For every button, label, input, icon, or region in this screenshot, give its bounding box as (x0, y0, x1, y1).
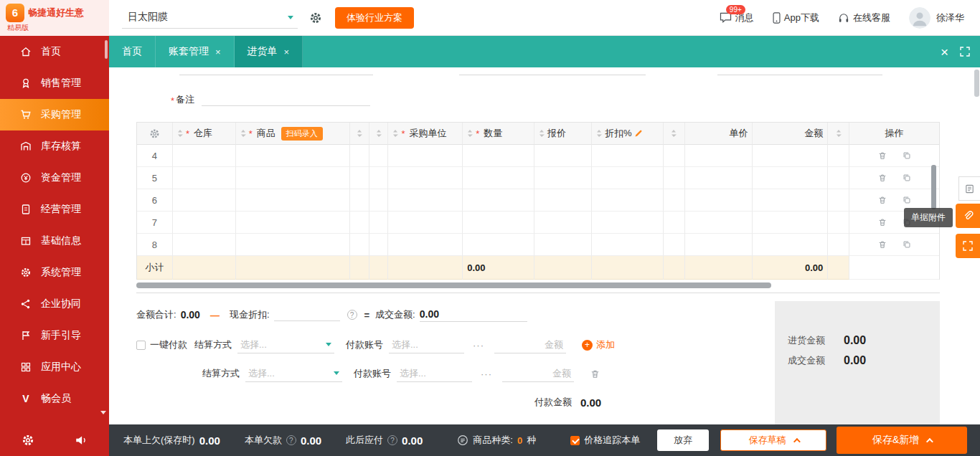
table-cell[interactable] (463, 167, 534, 189)
delete-row-icon[interactable] (877, 195, 887, 205)
app-download-button[interactable]: App下载 (773, 11, 819, 24)
sidebar-item-guide[interactable]: 新手引导 (0, 320, 109, 351)
tab-account-books[interactable]: 账套管理 × (156, 36, 235, 67)
table-cell[interactable] (388, 212, 463, 234)
sidebar-item-funds[interactable]: 资金管理 (0, 162, 109, 194)
settings-gear-icon[interactable] (309, 11, 322, 24)
table-cell[interactable] (592, 167, 664, 189)
sidebar-item-basic-info[interactable]: 基础信息 (0, 225, 109, 257)
table-cell[interactable] (350, 234, 369, 256)
price-track-checkbox[interactable] (570, 436, 580, 445)
delete-payment-icon[interactable] (590, 369, 600, 379)
col-discount[interactable]: 折扣% (592, 123, 664, 145)
table-cell[interactable] (685, 145, 753, 167)
payment-amount-input[interactable]: 金额 (494, 336, 566, 353)
table-cell[interactable] (753, 167, 828, 189)
delete-row-icon[interactable] (877, 173, 887, 183)
table-cell[interactable] (388, 145, 463, 167)
col-price[interactable]: 单价 (685, 123, 753, 145)
close-icon[interactable]: × (215, 47, 221, 57)
online-service-button[interactable]: 在线客服 (838, 11, 890, 24)
more-options-icon[interactable]: ··· (481, 369, 492, 379)
copy-row-icon[interactable] (902, 195, 912, 205)
remark-input[interactable] (202, 92, 370, 106)
table-cell[interactable] (828, 167, 849, 189)
table-cell[interactable] (828, 145, 849, 167)
cash-discount-input[interactable] (274, 308, 340, 321)
col-quote[interactable]: 报价 (534, 123, 592, 145)
table-cell[interactable] (534, 167, 592, 189)
help-icon[interactable]: ? (387, 435, 397, 445)
sidebar-scrollbar[interactable] (105, 40, 108, 59)
table-cell[interactable] (369, 212, 388, 234)
copy-row-icon[interactable] (902, 151, 912, 161)
sidebar-item-member[interactable]: V 畅会员 (0, 383, 109, 414)
table-cell[interactable] (236, 212, 351, 234)
sidebar-audio-icon[interactable] (75, 434, 88, 447)
table-cell[interactable] (236, 189, 351, 212)
content-scrollbar-thumb[interactable] (974, 70, 979, 97)
close-icon[interactable]: × (284, 47, 290, 57)
table-cell[interactable] (236, 234, 351, 256)
help-icon[interactable]: ? (347, 310, 357, 320)
abandon-button[interactable]: 放弃 (657, 429, 709, 451)
table-cell[interactable] (534, 234, 592, 256)
copy-row-icon[interactable] (902, 239, 912, 250)
table-cell[interactable] (350, 212, 369, 234)
table-cell[interactable] (592, 145, 664, 167)
table-cell[interactable] (685, 189, 753, 212)
expand-button[interactable] (956, 234, 980, 258)
table-cell[interactable] (664, 189, 685, 212)
table-cell[interactable] (753, 189, 828, 212)
save-new-button[interactable]: 保存&新增 (837, 427, 967, 454)
edit-pencil-icon[interactable] (634, 129, 643, 138)
delete-row-icon[interactable] (877, 151, 887, 161)
copy-row-icon[interactable] (902, 173, 912, 183)
sidebar-item-system[interactable]: 系统管理 (0, 257, 109, 288)
table-cell[interactable] (173, 234, 236, 256)
table-cell[interactable] (534, 189, 592, 212)
avatar[interactable] (909, 7, 930, 29)
table-cell[interactable] (173, 145, 236, 167)
sidebar-item-operations[interactable]: 经营管理 (0, 194, 109, 225)
sidebar-item-purchase[interactable]: 采购管理 (0, 99, 109, 130)
table-cell[interactable] (173, 189, 236, 212)
table-cell[interactable] (236, 167, 351, 189)
table-cell[interactable] (534, 212, 592, 234)
payment-amount-input[interactable]: 金额 (502, 365, 574, 382)
sidebar-settings-gear-icon[interactable] (22, 434, 34, 447)
table-cell[interactable] (592, 189, 664, 212)
save-draft-button[interactable]: 保存草稿 (720, 429, 826, 451)
col-unit[interactable]: *采购单位 (388, 123, 463, 145)
horizontal-scrollbar-thumb[interactable] (136, 282, 771, 288)
col-qty[interactable]: *数量 (463, 123, 534, 145)
table-cell[interactable] (685, 167, 753, 189)
help-icon[interactable]: ? (286, 435, 296, 445)
table-cell[interactable] (463, 189, 534, 212)
table-cell[interactable] (388, 189, 463, 212)
sidebar-item-inventory[interactable]: 库存核算 (0, 130, 109, 162)
table-cell[interactable] (664, 212, 685, 234)
table-cell[interactable] (534, 145, 592, 167)
table-cell[interactable] (664, 167, 685, 189)
one-click-pay-checkbox[interactable] (136, 341, 146, 350)
col-product[interactable]: *商品扫码录入 (236, 123, 351, 145)
sidebar-more-chevron-icon[interactable] (100, 411, 106, 414)
table-cell[interactable] (664, 145, 685, 167)
messages-button[interactable]: 99+ 消息 (720, 11, 754, 24)
table-cell[interactable] (369, 145, 388, 167)
table-cell[interactable] (463, 212, 534, 234)
table-cell[interactable] (369, 189, 388, 212)
table-cell[interactable] (828, 212, 849, 234)
table-cell[interactable] (463, 145, 534, 167)
table-cell[interactable] (236, 145, 351, 167)
vertical-scrollbar-thumb[interactable] (931, 165, 936, 209)
table-cell[interactable] (592, 234, 664, 256)
table-cell[interactable] (350, 167, 369, 189)
sidebar-item-home[interactable]: 首页 (0, 36, 109, 67)
col-extra-1[interactable] (350, 123, 369, 145)
truncated-input[interactable] (717, 75, 882, 75)
payment-account-select[interactable]: 选择... (389, 336, 464, 353)
tab-purchase-order[interactable]: 进货单 × (235, 36, 303, 67)
settlement-method-select[interactable]: 选择... (245, 365, 342, 382)
